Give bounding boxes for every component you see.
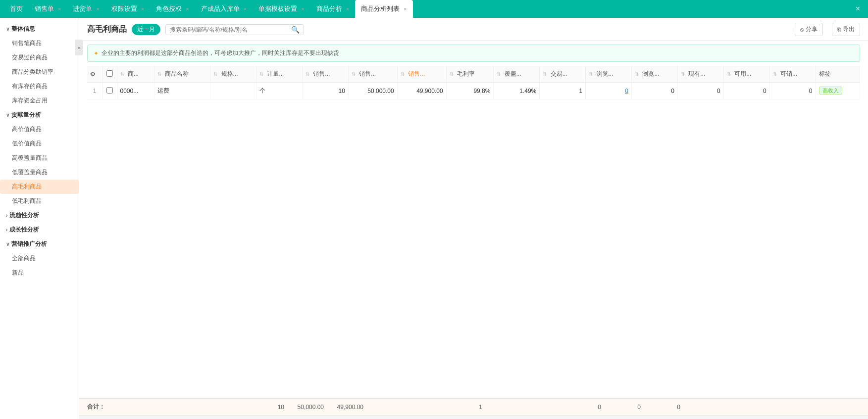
sidebar-item-high-value[interactable]: 高价值商品 — [0, 122, 79, 137]
sidebar-collapse-button[interactable]: « — [75, 40, 83, 55]
sort-icon-unit: ⇅ — [259, 71, 263, 77]
arrow-contribution: ∨ — [6, 112, 9, 118]
sort-icon-trade: ⇅ — [543, 71, 547, 77]
sidebar-item-low-coverage[interactable]: 低覆盖量商品 — [0, 165, 79, 180]
col-coverage[interactable]: ⇅ 覆盖... — [494, 66, 540, 83]
col-sales2[interactable]: ⇅ 销售... — [348, 66, 397, 83]
sidebar-item-high-margin[interactable]: 高毛利商品 — [0, 180, 79, 194]
sidebar-item-low-margin[interactable]: 低毛利商品 — [0, 194, 79, 208]
close-product-inbound[interactable]: × — [244, 0, 247, 18]
row-gross-rate: 99.8% — [446, 83, 494, 99]
search-icon[interactable]: 🔍 — [291, 26, 300, 34]
sidebar-item-stocked-goods[interactable]: 有库存的商品 — [0, 79, 79, 93]
close-template-settings[interactable]: × — [301, 0, 304, 18]
table-footer: 合计： 10 50,000.00 49,900.00 1 0 0 0 — [79, 398, 868, 415]
footer-cell-sales3: 49,900.00 — [328, 404, 367, 411]
arrow-marketing: ∨ — [6, 241, 9, 247]
sidebar-group-overall[interactable]: ∨ 整体信息 — [0, 22, 79, 36]
row-num: 1 — [87, 83, 102, 99]
nav-product-analysis-list[interactable]: 商品分析列表 × — [355, 0, 412, 18]
col-sales3[interactable]: ⇅ 销售... — [397, 66, 446, 83]
sort-icon-sales1: ⇅ — [306, 71, 309, 77]
search-input[interactable] — [170, 26, 291, 33]
page-title: 高毛利商品 — [87, 24, 127, 35]
sidebar-item-traded-goods[interactable]: 交易过的商品 — [0, 50, 79, 65]
nav-permission-settings[interactable]: 权限设置 × — [105, 0, 150, 18]
close-role-auth[interactable]: × — [186, 0, 189, 18]
row-tag: 高收入 — [816, 83, 860, 99]
row-trade: 1 — [540, 83, 586, 99]
sort-icon-code: ⇅ — [120, 71, 124, 77]
sidebar-item-stock-capital[interactable]: 库存资金占用 — [0, 93, 79, 108]
sort-icon-gross: ⇅ — [450, 71, 454, 77]
sidebar-item-low-value[interactable]: 低价值商品 — [0, 137, 79, 151]
content-header: 高毛利商品 近一月 🔍 ⎋ 分享 ⎗ 导出 — [79, 18, 868, 41]
close-product-analysis[interactable]: × — [346, 0, 349, 18]
table-header-row: ⚙ ⇅ 商... ⇅ 商品名称 — [87, 66, 860, 83]
col-sellable[interactable]: ⇅ 可销... — [769, 66, 816, 83]
row-sales3: 49,900.00 — [397, 83, 446, 99]
col-name[interactable]: ⇅ 商品名称 — [154, 66, 210, 83]
close-product-analysis-list[interactable]: × — [404, 0, 407, 18]
col-spec[interactable]: ⇅ 规格... — [210, 66, 256, 83]
sidebar-group-contribution[interactable]: ∨ 贡献量分析 — [0, 108, 79, 122]
info-icon: ✦ — [94, 50, 99, 57]
nav-template-settings[interactable]: 单据模板设置 × — [253, 0, 310, 18]
sidebar-item-new-goods[interactable]: 新品 — [0, 266, 79, 280]
row-available: 0 — [723, 83, 769, 99]
table-container: ⚙ ⇅ 商... ⇅ 商品名称 — [87, 66, 860, 398]
col-settings[interactable]: ⚙ — [87, 66, 102, 83]
nav-product-analysis[interactable]: 商品分析 × — [310, 0, 355, 18]
row-current: 0 — [677, 83, 723, 99]
footer-cell-sellable: 0 — [645, 404, 684, 411]
search-box: 🔍 — [165, 24, 304, 35]
nav-home[interactable]: 首页 — [4, 0, 29, 18]
settings-icon[interactable]: ⚙ — [90, 71, 96, 78]
col-trade[interactable]: ⇅ 交易... — [540, 66, 586, 83]
row-sales2: 50,000.00 — [348, 83, 397, 99]
col-unit[interactable]: ⇅ 计量... — [256, 66, 303, 83]
sidebar-group-growth[interactable]: › 成长性分析 — [0, 223, 79, 237]
sidebar-item-all-goods[interactable]: 全部商品 — [0, 251, 79, 266]
share-button[interactable]: ⎋ 分享 — [795, 23, 823, 36]
col-browse1[interactable]: ⇅ 浏览... — [586, 66, 632, 83]
footer-cell-trade: 1 — [447, 404, 486, 411]
nav-role-auth[interactable]: 角色授权 × — [150, 0, 195, 18]
footer-cell-sales2: 50,000.00 — [288, 404, 328, 411]
col-sales1[interactable]: ⇅ 销售... — [302, 66, 348, 83]
filter-last-month[interactable]: 近一月 — [132, 24, 160, 35]
share-icon: ⎋ — [800, 26, 804, 33]
col-browse2[interactable]: ⇅ 浏览... — [632, 66, 678, 83]
nav-product-inbound[interactable]: 产成品入库单 × — [195, 0, 253, 18]
bottom-scrollbar[interactable] — [79, 415, 868, 419]
tag-badge: 高收入 — [819, 87, 842, 94]
sort-icon-sellable: ⇅ — [773, 71, 777, 77]
close-sales-order[interactable]: × — [58, 0, 61, 18]
close-all-tabs[interactable]: × — [852, 4, 864, 13]
info-banner: ✦ 企业的主要的利润都是这部分商品创造的，可考虑加大推广，同时关注库存是不要出现… — [87, 45, 860, 62]
sidebar-group-trend[interactable]: › 流趋性分析 — [0, 208, 79, 223]
close-purchase-order[interactable]: × — [96, 0, 99, 18]
col-gross-rate[interactable]: ⇅ 毛利率 — [446, 66, 494, 83]
row-coverage: 1.49% — [494, 83, 540, 99]
nav-purchase-order[interactable]: 进货单 × — [67, 0, 105, 18]
sidebar-item-sales-goods[interactable]: 销售笔商品 — [0, 36, 79, 50]
arrow-growth: › — [6, 227, 7, 233]
main-layout: ∨ 整体信息 销售笔商品 交易过的商品 商品分类助销率 有库存的商品 库存资金占… — [0, 18, 868, 419]
row-checkbox — [102, 83, 117, 99]
sidebar-item-category-rate[interactable]: 商品分类助销率 — [0, 65, 79, 79]
select-all-checkbox[interactable] — [106, 70, 113, 77]
arrow-overall: ∨ — [6, 26, 9, 32]
export-button[interactable]: ⎗ 导出 — [832, 23, 860, 36]
row-select-checkbox[interactable] — [106, 87, 113, 93]
footer-cell-available: 0 — [605, 404, 645, 411]
col-current[interactable]: ⇅ 现有... — [677, 66, 723, 83]
col-available[interactable]: ⇅ 可用... — [723, 66, 769, 83]
footer-cell-sales1: 10 — [249, 404, 288, 411]
sidebar-item-high-coverage[interactable]: 高覆盖量商品 — [0, 151, 79, 165]
row-browse1[interactable]: 0 — [586, 83, 632, 99]
nav-sales-order[interactable]: 销售单 × — [29, 0, 67, 18]
close-permission-settings[interactable]: × — [141, 0, 144, 18]
col-code[interactable]: ⇅ 商... — [117, 66, 154, 83]
sidebar-group-marketing[interactable]: ∨ 营销推广分析 — [0, 237, 79, 251]
